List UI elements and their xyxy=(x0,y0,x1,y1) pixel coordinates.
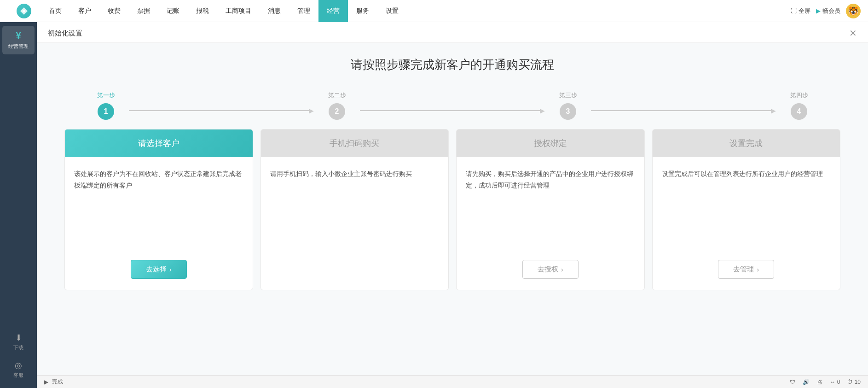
go-manage-button[interactable]: 去管理 › xyxy=(718,260,774,279)
close-button[interactable]: ✕ xyxy=(849,29,857,38)
service-icon: ◎ xyxy=(15,360,22,370)
member-btn[interactable]: ▶ 畅会员 xyxy=(816,7,840,15)
nav-right: ⛶ 全屏 ▶ 畅会员 🐯 xyxy=(791,4,861,18)
step-card-4: 设置完成 设置完成后可以在管理列表进行所有企业用户的经营管理 去管理 › xyxy=(652,129,841,290)
status-text: 完成 xyxy=(52,378,63,386)
nav-settings[interactable]: 设置 xyxy=(377,0,407,22)
sidebar-item-label: 经营管理 xyxy=(8,43,29,50)
nav-items: 首页 客户 收费 票据 记账 报税 工商项目 消息 管理 经营 服务 设置 xyxy=(41,0,791,22)
logo[interactable] xyxy=(7,4,41,18)
main-layout: ¥ 经营管理 ⬇ 下载 ◎ 客服 初始化设置 ✕ 请按照步骤完成新客户的开通购买… xyxy=(0,22,868,388)
step-card-3: 授权绑定 请先购买，购买后选择开通的产品中的企业用户进行授权绑定，成功后即可进行… xyxy=(456,129,645,290)
wizard-title: 请按照步骤完成新客户的开通购买流程 xyxy=(64,57,840,73)
nav-invoice[interactable]: 票据 xyxy=(129,0,158,22)
step-2-label: 第二步 xyxy=(328,91,346,100)
step-4-indicator: 第四步 4 xyxy=(776,91,822,120)
sidebar: ¥ 经营管理 ⬇ 下载 ◎ 客服 xyxy=(0,22,37,388)
time-status: ⏱ 10 xyxy=(847,379,861,385)
fullscreen-icon: ⛶ xyxy=(791,7,797,14)
go-select-label: 去选择 xyxy=(146,265,167,274)
step-3-indicator: 第三步 3 xyxy=(545,91,591,120)
go-select-button[interactable]: 去选择 › xyxy=(131,260,187,279)
step-2-circle: 2 xyxy=(329,103,345,120)
nav-fee[interactable]: 收费 xyxy=(99,0,129,22)
card-1-body: 该处展示的客户为不在回收站、客户状态正常建账后完成老板端绑定的所有客户 xyxy=(65,157,253,253)
download-label: 下载 xyxy=(13,344,23,351)
card-4-footer: 去管理 › xyxy=(653,253,840,290)
play-icon: ▶ xyxy=(816,7,821,14)
card-3-body: 请先购买，购买后选择开通的产品中的企业用户进行授权绑定，成功后即可进行经营管理 xyxy=(457,157,644,253)
step-4-circle: 4 xyxy=(791,103,807,120)
download-icon: ⬇ xyxy=(15,333,22,343)
card-1-header: 请选择客户 xyxy=(65,129,253,157)
status-bar: ▶ 完成 🛡 🔊 🖨 ↔ 0 ⏱ 10 xyxy=(37,375,868,388)
connector-1-2: ▶ xyxy=(129,91,314,114)
card-2-header: 手机扫码购买 xyxy=(261,129,449,157)
sidebar-item-operation[interactable]: ¥ 经营管理 xyxy=(2,26,35,54)
play-btn[interactable]: ▶ xyxy=(44,379,48,385)
nav-manage[interactable]: 管理 xyxy=(289,0,318,22)
nav-operation[interactable]: 经营 xyxy=(318,0,348,22)
nav-service[interactable]: 服务 xyxy=(348,0,377,22)
volume-status: 🔊 xyxy=(803,379,810,385)
sidebar-service[interactable]: ◎ 客服 xyxy=(2,357,35,382)
fullscreen-label: 全屏 xyxy=(799,7,810,15)
cards-row: 请选择客户 该处展示的客户为不在回收站、客户状态正常建账后完成老板端绑定的所有客… xyxy=(64,129,840,290)
step-1-indicator: 第一步 1 xyxy=(83,91,129,120)
go-manage-label: 去管理 xyxy=(733,265,754,274)
step-1-circle: 1 xyxy=(98,103,114,120)
connector-2-3: ▶ xyxy=(360,91,545,114)
step-card-1: 请选择客户 该处展示的客户为不在回收站、客户状态正常建账后完成老板端绑定的所有客… xyxy=(64,129,253,290)
network-status: ↔ 0 xyxy=(830,379,840,385)
card-3-footer: 去授权 › xyxy=(457,253,644,290)
connector-3-4: ▶ xyxy=(591,91,776,114)
fullscreen-btn[interactable]: ⛶ 全屏 xyxy=(791,7,810,15)
top-nav: 首页 客户 收费 票据 记账 报税 工商项目 消息 管理 经营 服务 设置 ⛶ … xyxy=(0,0,868,22)
nav-tax[interactable]: 报税 xyxy=(188,0,217,22)
operation-icon: ¥ xyxy=(16,30,21,41)
card-4-header: 设置完成 xyxy=(653,129,840,157)
step-card-2: 手机扫码购买 请用手机扫码，输入小微企业主账号密码进行购买 xyxy=(260,129,449,290)
shield-status: 🛡 xyxy=(790,379,795,385)
go-select-arrow: › xyxy=(169,265,172,273)
service-label: 客服 xyxy=(13,372,23,379)
nav-message[interactable]: 消息 xyxy=(260,0,289,22)
step-3-circle: 3 xyxy=(560,103,576,120)
status-bar-right: 🛡 🔊 🖨 ↔ 0 ⏱ 10 xyxy=(790,379,861,385)
nav-customer[interactable]: 客户 xyxy=(70,0,99,22)
step-4-label: 第四步 xyxy=(790,91,808,100)
logo-icon xyxy=(17,4,31,18)
step-1-label: 第一步 xyxy=(97,91,115,100)
go-authorize-button[interactable]: 去授权 › xyxy=(522,260,579,279)
page-title: 初始化设置 xyxy=(48,29,82,38)
print-status: 🖨 xyxy=(817,379,822,385)
wizard-content: 请按照步骤完成新客户的开通购买流程 第一步 1 ▶ 第二步 2 xyxy=(37,43,868,375)
page-header: 初始化设置 ✕ xyxy=(37,22,868,43)
nav-bookkeeping[interactable]: 记账 xyxy=(158,0,188,22)
go-authorize-arrow: › xyxy=(561,265,563,273)
card-3-header: 授权绑定 xyxy=(457,129,644,157)
card-2-body: 请用手机扫码，输入小微企业主账号密码进行购买 xyxy=(261,157,449,271)
svg-point-0 xyxy=(23,10,25,12)
go-manage-arrow: › xyxy=(757,265,759,273)
sidebar-bottom: ⬇ 下载 ◎ 客服 xyxy=(2,329,35,388)
card-2-footer xyxy=(261,271,449,290)
nav-home[interactable]: 首页 xyxy=(41,0,70,22)
card-1-footer: 去选择 › xyxy=(65,253,253,290)
card-4-body: 设置完成后可以在管理列表进行所有企业用户的经营管理 xyxy=(653,157,840,253)
go-authorize-label: 去授权 xyxy=(538,265,558,274)
step-3-label: 第三步 xyxy=(559,91,577,100)
nav-business[interactable]: 工商项目 xyxy=(217,0,260,22)
member-label: 畅会员 xyxy=(822,7,840,15)
steps-indicator: 第一步 1 ▶ 第二步 2 ▶ xyxy=(64,91,840,120)
step-2-indicator: 第二步 2 xyxy=(314,91,360,120)
sidebar-download[interactable]: ⬇ 下载 xyxy=(2,329,35,355)
avatar[interactable]: 🐯 xyxy=(846,4,861,18)
content-area: 初始化设置 ✕ 请按照步骤完成新客户的开通购买流程 第一步 1 ▶ xyxy=(37,22,868,388)
